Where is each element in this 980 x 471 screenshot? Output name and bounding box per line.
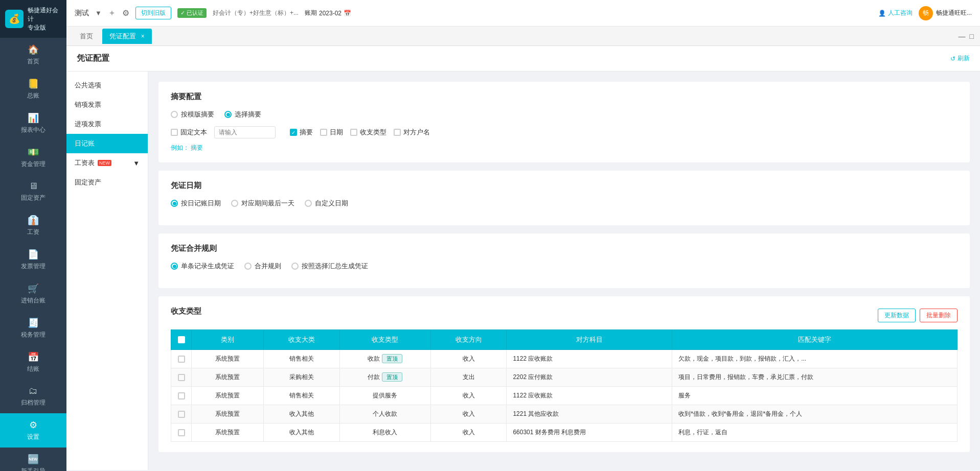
tab-close-icon[interactable]: × [141, 33, 145, 40]
counterparty-checkbox [394, 129, 401, 136]
sidebar-item-purchase[interactable]: 🛒进销台账 [0, 277, 66, 311]
checkbox-date[interactable]: 日期 [320, 128, 343, 137]
certified-badge: ✓ 已认证 [177, 8, 207, 18]
row-check-4[interactable] [178, 429, 185, 436]
tab-maximize-icon[interactable]: □ [970, 32, 974, 40]
tab-minimize-icon[interactable]: — [959, 32, 966, 40]
row-ie-type-3: 个人收款 [339, 405, 430, 423]
sidebar-item-home[interactable]: 🏠首页 [0, 38, 66, 72]
sub-sidebar-item-public[interactable]: 公共选项 [66, 76, 148, 95]
app-logo: 💰 畅捷通好会计 专业版 [0, 0, 66, 38]
row-checkbox-1[interactable] [171, 368, 192, 387]
topbar-right: 👤 人工咨询 畅 畅捷通旺旺... [878, 6, 972, 20]
sub-sidebar-item-payroll[interactable]: 工资表NEW▼ [66, 153, 148, 173]
row-checkbox-3[interactable] [171, 405, 192, 423]
sidebar-item-invoice_mgmt[interactable]: 📄发票管理 [0, 243, 66, 277]
checkbox-counterparty[interactable]: 对方户名 [394, 128, 430, 137]
sidebar-item-settings[interactable]: ⚙设置 [0, 413, 66, 448]
type-checkbox [350, 129, 357, 136]
reports-icon: 📊 [28, 112, 39, 124]
radio-single[interactable]: 单条记录生成凭证 [171, 262, 234, 271]
checkbox-summary[interactable]: ✓ 摘要 [290, 128, 313, 137]
table-col-category: 类别 [192, 330, 264, 350]
sidebar-label-settings: 设置 [27, 433, 39, 441]
row-check-1[interactable] [178, 374, 185, 381]
tag-btn-0[interactable]: 置顶 [382, 354, 402, 363]
row-subject-0: 1122 应收账款 [507, 350, 672, 368]
date-checkbox [320, 129, 327, 136]
row-check-0[interactable] [178, 356, 185, 363]
logo-icon: 💰 [5, 10, 24, 28]
checkbox-fixed-text[interactable]: 固定文本 [171, 128, 207, 137]
topbar-settings-icon[interactable]: ⚙ [122, 8, 129, 18]
row-ie-type-2: 提供服务 [339, 387, 430, 405]
batch-delete-button[interactable]: 批量删除 [920, 309, 958, 322]
switch-version-button[interactable]: 切到旧版 [135, 7, 171, 19]
row-category-3: 系统预置 [192, 405, 264, 423]
sidebar-label-guide: 新手引导 [21, 467, 45, 471]
radio-summary-gen[interactable]: 按照选择汇总生成凭证 [291, 262, 368, 271]
sidebar-item-salary[interactable]: 👔工资 [0, 208, 66, 243]
radio-single-circle [171, 263, 178, 270]
sidebar-item-archive[interactable]: 🗂归档管理 [0, 380, 66, 413]
sidebar-item-funds[interactable]: 💵资金管理 [0, 140, 66, 175]
radio-merge-rules[interactable]: 合并规则 [244, 262, 281, 271]
user-menu[interactable]: 畅 畅捷通旺旺... [919, 6, 972, 20]
radio-template-summary[interactable]: 按模版摘要 [171, 110, 214, 119]
radio-custom-date[interactable]: 自定义日期 [305, 199, 348, 208]
row-check-2[interactable] [178, 392, 185, 399]
date-radio-group: 按日记账日期 对应期间最后一天 自定义日期 [171, 199, 958, 208]
sub-label-public: 公共选项 [75, 81, 101, 90]
expand-icon-payroll[interactable]: ▼ [133, 159, 140, 167]
sidebar-item-guide[interactable]: 🆕新手引导 [0, 448, 66, 471]
topbar-tags: 好会计（专）+好生意（标）+... [213, 9, 299, 17]
row-check-3[interactable] [178, 411, 185, 418]
radio-template-label: 按模版摘要 [181, 110, 214, 119]
select-all-checkbox[interactable] [178, 336, 185, 343]
sub-sidebar-item-purchase_invoice[interactable]: 进项发票 [66, 114, 148, 134]
fixed-text-label: 固定文本 [180, 128, 207, 137]
update-data-button[interactable]: 更新数据 [878, 309, 916, 322]
topbar-dropdown-icon[interactable]: ▼ [95, 9, 102, 17]
radio-journal-date-circle [171, 200, 178, 207]
radio-period-last-circle [231, 200, 238, 207]
row-checkbox-2[interactable] [171, 387, 192, 405]
consult-button[interactable]: 👤 人工咨询 [878, 9, 913, 17]
topbar-add-icon[interactable]: ＋ [108, 8, 116, 18]
tab-voucher-label: 凭证配置 [109, 32, 136, 40]
radio-period-last[interactable]: 对应期间最后一天 [231, 199, 294, 208]
table-col-keywords: 匹配关键字 [672, 330, 958, 350]
guide-icon: 🆕 [28, 454, 39, 465]
period-label: 账期 [305, 9, 317, 17]
row-checkbox-0[interactable] [171, 350, 192, 368]
tag-btn-1[interactable]: 置顶 [382, 372, 402, 382]
radio-merge-rules-label: 合并规则 [255, 262, 281, 271]
radio-journal-date[interactable]: 按日记账日期 [171, 199, 221, 208]
checkbox-type[interactable]: 收支类型 [350, 128, 386, 137]
sub-label-payroll: 工资表 [75, 158, 95, 168]
sidebar-menu: 🏠首页📒总账📊报表中心💵资金管理🖥固定资产👔工资📄发票管理🛒进销台账🧾税务管理📅… [0, 38, 66, 471]
calendar-icon[interactable]: 📅 [344, 10, 351, 17]
table-header-checkbox[interactable] [171, 330, 192, 350]
sub-sidebar-item-fixed_assets[interactable]: 固定资产 [66, 173, 148, 192]
tab-home[interactable]: 首页 [73, 29, 100, 44]
table-row: 系统预置 销售相关 提供服务 收入 1122 应收账款 服务 [171, 387, 958, 405]
sidebar-item-reports[interactable]: 📊报表中心 [0, 106, 66, 140]
sidebar-item-close[interactable]: 📅结账 [0, 345, 66, 380]
sidebar-item-assets[interactable]: 🖥固定资产 [0, 175, 66, 208]
row-keywords-0: 欠款，现金，项目款，到款，报销款，汇入，... [672, 350, 958, 368]
tab-voucher-config[interactable]: 凭证配置 × [102, 29, 152, 44]
sidebar-item-ledger[interactable]: 📒总账 [0, 72, 66, 106]
radio-select-summary[interactable]: 选择摘要 [224, 110, 261, 119]
row-checkbox-4[interactable] [171, 423, 192, 442]
sub-sidebar-item-sales_invoice[interactable]: 销项发票 [66, 95, 148, 114]
content-area: 凭证配置 ↺ 刷新 公共选项销项发票进项发票日记账工资表NEW▼固定资产 摘要配… [66, 46, 980, 471]
sub-sidebar-item-journal[interactable]: 日记账 [66, 134, 148, 153]
refresh-button[interactable]: ↺ 刷新 [950, 54, 970, 63]
fixed-text-input[interactable] [214, 126, 276, 138]
type-label: 收支类型 [360, 128, 386, 137]
sidebar-label-home: 首页 [27, 57, 39, 66]
sub-label-fixed_assets: 固定资产 [75, 178, 101, 187]
consult-label: 人工咨询 [888, 9, 913, 17]
sidebar-item-tax[interactable]: 🧾税务管理 [0, 311, 66, 345]
